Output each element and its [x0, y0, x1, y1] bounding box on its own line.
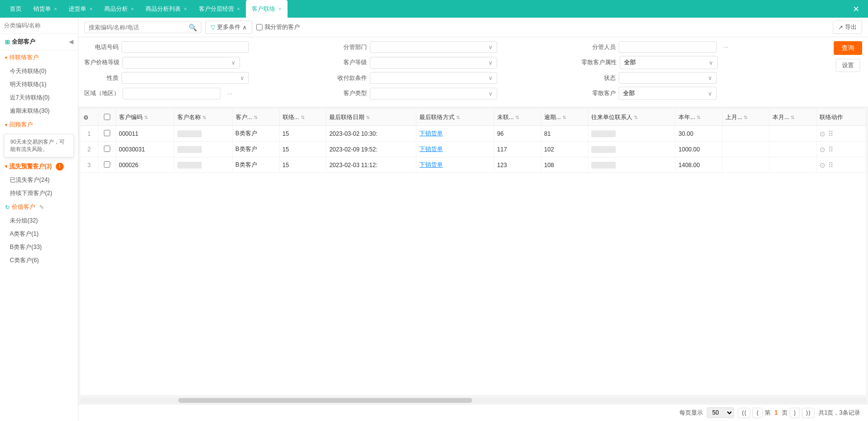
row-last-method-link[interactable]: 下销货单: [419, 161, 443, 168]
filter-payment-select[interactable]: ∨: [370, 72, 497, 84]
value-edit-icon[interactable]: ✎: [39, 204, 44, 211]
my-customers-checkbox-area[interactable]: 我分管的客户: [256, 23, 300, 31]
th-code[interactable]: 客户编码 ⇅: [116, 109, 174, 126]
tab-customer-contact-close[interactable]: ×: [278, 6, 281, 12]
sidebar-group-value[interactable]: ↻ 价值客户 ✎: [0, 200, 78, 214]
th-this-month[interactable]: 本月... ⇅: [770, 109, 817, 126]
th-last-date[interactable]: 最后联络日期 ⇅: [326, 109, 416, 126]
th-type-sort: ⇅: [254, 115, 258, 120]
sidebar-all-customers[interactable]: ⊞ 全部客户 ◀: [0, 34, 78, 50]
filter-status-select[interactable]: ∨: [619, 72, 717, 84]
filter-price-select[interactable]: ∨: [122, 57, 240, 69]
th-unlink[interactable]: 未联... ⇅: [494, 109, 541, 126]
sidebar-item-c-class[interactable]: C类客户(6): [0, 254, 78, 267]
action-link-icon[interactable]: ⊙: [820, 130, 825, 138]
toolbar-search: 🔍: [84, 22, 201, 33]
sidebar-group-review[interactable]: ▾ 回顾客户: [0, 118, 78, 132]
tab-analysis-list[interactable]: 商品分析列表 ×: [140, 0, 193, 18]
th-this-year[interactable]: 本年... ⇅: [675, 109, 723, 126]
query-button[interactable]: 查询: [834, 41, 862, 55]
window-close-button[interactable]: ✕: [848, 5, 864, 13]
select-all-checkbox[interactable]: [104, 114, 110, 120]
filter-nature-arrow: ∨: [240, 74, 244, 81]
sidebar-search-input[interactable]: [4, 22, 77, 29]
filter-customer-type-select[interactable]: ∨: [370, 88, 497, 99]
row-last-method: 下销货单: [416, 142, 494, 157]
tab-sales[interactable]: 销货单 ×: [27, 0, 63, 18]
page-prev-button[interactable]: ⟨: [752, 408, 763, 418]
tab-sales-close[interactable]: ×: [54, 6, 57, 12]
scrollbar-thumb[interactable]: [178, 398, 472, 403]
th-overdue[interactable]: 逾期... ⇅: [541, 109, 588, 126]
sidebar-item-overdue[interactable]: 逾期未联络(30): [0, 104, 78, 118]
row-last-method-link[interactable]: 下销货单: [419, 146, 443, 152]
tab-home[interactable]: 首页: [4, 0, 27, 18]
filter-customer-level-select[interactable]: ∨: [370, 57, 497, 69]
sidebar-group-pending[interactable]: ▾ 待联络客户: [0, 50, 78, 65]
action-more-icon[interactable]: ⠿: [828, 146, 833, 153]
action-link-icon[interactable]: ⊙: [820, 161, 825, 169]
filter-retail-select[interactable]: 全部 ∨: [619, 87, 717, 100]
toolbar-search-icon[interactable]: 🔍: [189, 24, 197, 31]
total-info: 共1页，3条记录: [819, 409, 860, 417]
th-type[interactable]: 客户... ⇅: [232, 109, 279, 126]
filter-phone-input[interactable]: [121, 41, 249, 53]
filter-retail-attr: 零散客户属性 全部 ∨: [581, 56, 830, 69]
search-input[interactable]: [89, 24, 187, 31]
tab-customer-contact[interactable]: 客户联络 ×: [246, 0, 287, 18]
tab-customer-layer-close[interactable]: ×: [237, 6, 240, 12]
row-type: B类客户: [232, 142, 279, 157]
sidebar-item-declining[interactable]: 持续下滑客户(2): [0, 187, 78, 200]
page-next-button[interactable]: ⟩: [790, 408, 800, 418]
sidebar-group-churn[interactable]: ▾ 流失预警客户(3) !: [0, 159, 78, 173]
tab-analysis-close[interactable]: ×: [131, 6, 134, 12]
th-settings[interactable]: ⚙: [80, 109, 98, 126]
tab-analysis-list-close[interactable]: ×: [184, 6, 187, 12]
filter-nature-select[interactable]: ∨: [121, 72, 249, 84]
sidebar-item-ungroup[interactable]: 未分组(32): [0, 214, 78, 227]
value-refresh-icon[interactable]: ↻: [5, 204, 10, 211]
tab-purchase[interactable]: 进货单 ×: [63, 0, 98, 18]
tab-purchase-close[interactable]: ×: [89, 6, 92, 12]
row-checkbox[interactable]: [104, 130, 110, 136]
sidebar-item-7days[interactable]: 近7天待联络(0): [0, 91, 78, 104]
filter-more-button[interactable]: ▽ 更多条件 ∧: [205, 21, 252, 34]
page-first-button[interactable]: ⟨⟨: [738, 408, 750, 418]
per-page-select[interactable]: 50 100 200: [707, 407, 734, 418]
th-contact-person[interactable]: 往来单位联系人 ⇅: [588, 109, 675, 126]
th-action: 联络动作: [817, 109, 866, 126]
action-more-icon[interactable]: ⠿: [828, 130, 833, 138]
sidebar-item-tomorrow[interactable]: 明天待联络(1): [0, 78, 78, 91]
row-checkbox[interactable]: [104, 161, 110, 168]
filter-retail-attr-select[interactable]: 全部 ∨: [620, 56, 718, 69]
tab-purchase-label: 进货单: [69, 5, 86, 13]
action-more-icon[interactable]: ⠿: [828, 161, 833, 169]
horizontal-scrollbar[interactable]: [80, 398, 866, 403]
settings-button[interactable]: 设置: [836, 59, 860, 72]
row-type: B类客户: [232, 157, 279, 173]
filter-manager-input[interactable]: [619, 41, 717, 53]
filter-region-dots[interactable]: ···: [223, 90, 236, 97]
th-last-method[interactable]: 最后联络方式 ⇅: [416, 109, 494, 126]
action-link-icon[interactable]: ⊙: [820, 146, 825, 153]
th-name[interactable]: 客户名称 ⇅: [174, 109, 232, 126]
row-last-method-link[interactable]: 下销货单: [419, 130, 443, 137]
table-settings-icon[interactable]: ⚙: [83, 114, 89, 121]
th-contact[interactable]: 联络... ⇅: [279, 109, 326, 126]
th-last-month[interactable]: 上月... ⇅: [723, 109, 770, 126]
filter-region-input[interactable]: [122, 88, 220, 99]
filter-manager-dots[interactable]: ···: [720, 44, 732, 50]
tab-customer-layer[interactable]: 客户分层经营 ×: [193, 0, 246, 18]
sidebar-item-today[interactable]: 今天待联络(0): [0, 65, 78, 78]
filter-dept-select[interactable]: ∨: [370, 41, 497, 53]
sidebar-item-a-class[interactable]: A类客户(1): [0, 227, 78, 241]
page-last-button[interactable]: ⟩⟩: [802, 408, 815, 418]
row-checkbox[interactable]: [104, 146, 110, 152]
row-contact-person-blurred: [591, 146, 616, 153]
my-customers-checkbox[interactable]: [256, 24, 263, 30]
tab-analysis[interactable]: 商品分析 ×: [98, 0, 140, 18]
sidebar-item-b-class[interactable]: B类客户(33): [0, 241, 78, 254]
export-button[interactable]: ↗ 导出: [833, 21, 862, 34]
sidebar-item-churned[interactable]: 已流失客户(24): [0, 173, 78, 187]
tab-customer-layer-label: 客户分层经营: [199, 5, 234, 13]
